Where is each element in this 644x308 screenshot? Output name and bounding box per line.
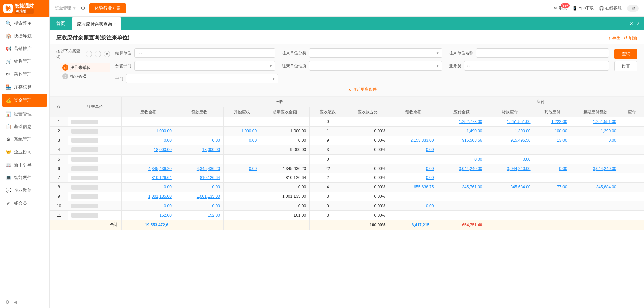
filter-label: 按以下方案查询 [56,48,83,60]
scheme-item-salesman[interactable]: ⏱ 按业务员 [60,72,110,81]
partner-category-input[interactable]: ▼ [309,48,442,58]
salesman-input[interactable]: ··· [464,61,609,71]
sidebar-item-marketing[interactable]: 📢 营销推广 [0,42,49,55]
collapse-icon: ∧ [348,87,351,92]
partner-nature-input[interactable]: ▼ [309,61,442,71]
dept2-input[interactable]: ▼ [126,74,278,83]
message-button[interactable]: ✉ 消息 99+ [554,5,567,11]
tab-window-close[interactable]: ✕ [629,21,633,26]
settlement-unit-input[interactable]: ··· [134,48,275,58]
department-input[interactable]: ▼ [134,61,275,71]
total-pay-overdue [571,220,620,230]
scheme-partner-icon: 财 [62,64,68,71]
sidebar-item-quick[interactable]: 🏠 快捷导航 [0,30,49,42]
export-icon: ↑ [609,35,611,40]
logo-text: 畅捷通财 标准版 [15,3,34,14]
sidebar-item-inventory[interactable]: 🏪 库存核算 [0,81,49,93]
table-row: 10██████0.000.000.0000.00%0.00 [50,201,644,211]
col-group-payable: 应付 [437,97,644,107]
tab-window-expand[interactable]: ⤢ [636,21,640,26]
hardware-icon: 💻 [5,175,11,180]
guide-icon: 📖 [5,162,11,168]
partner-cell: ██████ [68,173,122,182]
partner-cell: ██████ [68,201,122,211]
marketing-icon: 📢 [5,46,11,51]
topbar-gear-icon[interactable]: ⚙ [80,5,85,11]
tab-home[interactable]: 首页 [50,17,72,30]
tab-balance-query[interactable]: 应收应付余额查询 × [72,17,121,31]
scheme-salesman-label: 按业务员 [70,74,87,79]
filter-add-button[interactable]: + [86,51,92,57]
wechat-icon: 💬 [5,188,11,193]
sidebar-item-hardware[interactable]: 💻 智能硬件 [0,171,49,184]
breadcrumb-text: 资金管理 [55,5,71,11]
total-rec-amount: 19,553,472,6... [122,220,175,230]
partner-cell: ██████ [68,117,122,127]
filter-dept2: 部门 ▼ [115,74,278,83]
app-download-button[interactable]: 📱 App下载 [572,5,594,11]
sidebar-item-finance[interactable]: 💰 资金管理 [2,94,47,107]
sidebar-item-business[interactable]: 📊 经营管理 [0,107,49,120]
logo-icon: 畅 [3,4,13,13]
total-pre-balance: 6,417,215.... [389,220,437,230]
tab-home-label: 首页 [56,20,65,27]
partner-cell: ██████ [68,145,122,155]
filter-salesman: 业务员 ··· [449,61,609,71]
query-button[interactable]: 查询 [614,49,637,59]
col-rec-loan: 贷款应收 [175,107,223,117]
partner-cell: ██████ [68,211,122,220]
purchase-icon: 🛍 [5,72,11,77]
table-container: ⚙ 往来单位 应收 应付 应收金额 贷款应收 其他应收 超期应收金额 应收笔数 … [50,97,644,308]
collapse-button[interactable]: ∧ 收起更多条件 [115,87,609,92]
col-group-receivable: 应收 [122,97,437,107]
col-rec-other: 其他应收 [223,107,260,117]
tab-controls: ✕ ⤢ [629,21,644,26]
service-icon: 🎧 [599,6,604,11]
scheme-partner-label: 按往来单位 [70,65,91,71]
total-pay-other [534,220,571,230]
user-profile[interactable]: Rit [627,5,639,12]
sidebar-item-sales[interactable]: 🛒 销售管理 [0,55,49,68]
refresh-button[interactable]: ↺ 刷新 [624,35,637,41]
partner-name-input[interactable] [476,48,609,58]
table-settings-icon[interactable]: ⚙ [50,97,68,117]
total-rec-count [310,220,346,230]
export-button[interactable]: ↑ 导出 [609,35,621,41]
tab-balance-label: 应收应付余额查询 [77,21,112,27]
sidebar-item-system[interactable]: ⚙ 系统管理 [0,133,49,146]
total-pay-loan [486,220,534,230]
table-row: 4██████18,000.0018,000.009,000.0030.00%0… [50,145,644,155]
member-icon: ✔ [5,201,11,206]
sidebar-item-wechat[interactable]: 💬 企业微信 [0,184,49,197]
sidebar-item-guide[interactable]: 📖 新手引导 [0,159,49,171]
sidebar-item-purchase[interactable]: 🛍 采购管理 [0,68,49,81]
tabbar: 首页 应收应付余额查询 × ✕ ⤢ [50,17,644,30]
sidebar-item-search[interactable]: 🔍 搜索菜单 [0,17,49,30]
online-service-button[interactable]: 🎧 在线客服 [599,5,622,11]
scheme-salesman-icon: ⏱ [62,73,68,79]
sidebar-item-basic[interactable]: 📋 基础信息 [0,120,49,133]
business-icon: 📊 [5,111,11,117]
settings-bottom-icon[interactable]: ⚙ [5,299,10,305]
total-rec-ratio: 100.00% [346,220,389,230]
filter-collapse-button[interactable]: « [104,51,110,57]
collapse-sidebar-icon[interactable]: ◀ [14,299,17,305]
chevron-down-icon-4: ▼ [272,77,275,81]
filter-partner-name: 往来单位名称 [449,48,609,58]
settings-button[interactable]: 设置 [614,61,637,71]
table-row: 11██████152.00152.00101.0030.00% [50,211,644,220]
partner-cell: ██████ [68,182,122,192]
filter-settings-button[interactable]: ⊙ [95,51,101,57]
tab-close-icon[interactable]: × [114,23,116,26]
solution-button[interactable]: 体验行业方案 [89,3,126,13]
sidebar-item-corp[interactable]: 🤝 企业协同 [0,146,49,159]
total-rec-other [223,220,260,230]
filter-header: 按以下方案查询 + ⊙ « [56,48,110,60]
page-title: 应收应付余额查询(按往来单位) [56,34,130,41]
filter-label-dept: 分管部门 [115,63,131,69]
filter-row-1: 结算单位 ··· 往来单位分类 ▼ [115,48,609,58]
table-row: 5██████00.000.00 [50,155,644,164]
home-icon: 🏠 [5,33,11,39]
sidebar-item-member[interactable]: ✔ 畅会员 [0,197,49,210]
scheme-item-partner[interactable]: 财 按往来单位 [60,63,110,72]
